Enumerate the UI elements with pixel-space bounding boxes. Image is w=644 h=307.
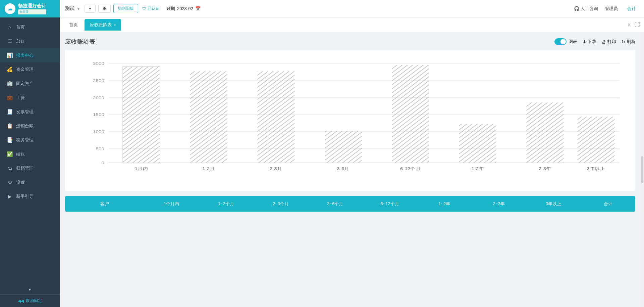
scroll-down-btn[interactable]: ▼ [0,285,60,294]
support-label: 人工咨询 [581,6,598,12]
sidebar-item-label-guide: 新手引导 [16,193,34,200]
settings-btn[interactable]: ⚙ [98,5,111,13]
support-btn[interactable]: 🎧 人工咨询 [574,6,598,12]
topbar-cert: 🛡 已认证 [142,6,160,11]
table-header-cell: 6~12个月 [363,196,417,212]
sidebar-item-guide[interactable]: ▶ 新手引导 [0,189,60,204]
svg-text:1月内: 1月内 [135,166,148,171]
tab-receivable-aging[interactable]: 应收账龄表 × [85,19,121,31]
refresh-label: 刷新 [627,39,635,45]
switch-version-btn[interactable]: 切到旧版 [113,4,138,13]
sidebar-pin-btn[interactable]: ◀◀ 取消固定 [0,294,60,307]
chart-container: 0 500 1000 1500 2000 2500 3000 [65,50,635,191]
sidebar-item-settle[interactable]: ✅ 结账 [0,147,60,161]
svg-text:2500: 2500 [93,79,104,83]
home-icon: ⌂ [7,25,13,30]
svg-text:6-12个月: 6-12个月 [400,166,421,171]
logo-name: 畅捷通好会计 [18,3,46,9]
cert-label: 已认证 [148,6,160,11]
sidebar-item-label-trade: 进销台账 [16,123,34,129]
support-icon: 🎧 [574,6,579,11]
svg-text:1000: 1000 [93,130,104,134]
svg-rect-16 [190,71,227,163]
chart-toggle-switch[interactable] [554,38,567,45]
topbar-period[interactable]: 账期 2023-02 📅 [166,6,201,12]
table-header-cell: 1~2年 [417,196,472,212]
scrollbar-track[interactable] [641,32,644,307]
sidebar-item-wages[interactable]: 💼 工资 [0,91,60,105]
download-btn[interactable]: ⬇ 下载 [583,39,596,45]
period-label: 账期 [166,6,175,12]
role-btn[interactable]: 会计 [625,4,639,13]
trade-icon: 📋 [7,123,13,129]
sidebar-item-label-wages: 工资 [16,95,25,101]
sidebar-item-label-reports: 报表中心 [16,52,34,58]
table-header-cell: 3年以上 [526,196,581,212]
sidebar-item-reports[interactable]: 📊 报表中心 [0,48,60,62]
logo-badge: 专业版 [18,9,46,14]
close-window-btn[interactable]: × [628,22,631,28]
table-header-cell: 2~3年 [472,196,526,212]
scrollbar-thumb[interactable] [641,156,643,183]
print-btn[interactable]: 🖨 打印 [602,39,616,45]
svg-text:500: 500 [96,146,104,151]
svg-text:2-3年: 2-3年 [539,166,551,171]
sidebar-item-label-tax: 税务管理 [16,137,34,143]
refresh-btn[interactable]: ↻ 刷新 [622,39,635,45]
sidebar-item-label-home: 首页 [16,24,25,30]
expand-window-btn[interactable]: ⛶ [635,22,640,28]
logo-icon: ☁ [5,3,15,14]
sidebar-item-funds[interactable]: 💰 资金管理 [0,62,60,77]
table-header-cell: 客户 [65,196,144,212]
sidebar-item-ledger[interactable]: ☰ 总账 [0,34,60,48]
sidebar-item-archive[interactable]: 🗂 归档管理 [0,161,60,175]
sidebar-item-label-invoices: 发票管理 [16,109,34,115]
pin-left-icon: ◀◀ [18,299,24,303]
chart-toggle-group: 图表 [554,38,577,45]
chart-svg-wrapper: 0 500 1000 1500 2000 2500 3000 [72,56,629,184]
period-value: 2023-02 [177,6,193,11]
download-icon: ⬇ [583,39,586,44]
svg-text:3-6月: 3-6月 [337,166,350,171]
sidebar-nav: ⌂ 首页 ☰ 总账 📊 报表中心 💰 资金管理 🏢 固定资产 💼 工资 🧾 发票… [0,17,60,285]
svg-text:1-2月: 1-2月 [202,166,215,171]
sidebar-item-trade[interactable]: 📋 进销台账 [0,119,60,133]
svg-rect-18 [325,131,362,163]
calendar-icon: 📅 [195,6,201,11]
print-label: 打印 [607,39,616,45]
svg-rect-20 [459,124,496,163]
sidebar-item-tax[interactable]: 📑 税务管理 [0,133,60,147]
print-icon: 🖨 [602,39,606,44]
tab-active-label: 应收账龄表 [90,22,112,28]
sidebar: ☁ 畅捷通好会计 专业版 ⌂ 首页 ☰ 总账 📊 报表中心 💰 资金管理 🏢 固… [0,0,60,307]
tab-close-icon[interactable]: × [114,23,116,27]
sidebar-logo: ☁ 畅捷通好会计 专业版 [0,0,60,17]
sidebar-item-settings[interactable]: ⚙ 设置 [0,175,60,189]
content-area: 应收账龄表 图表 ⬇ 下载 🖨 打印 ↻ [60,32,644,307]
sidebar-item-label-settings: 设置 [16,179,25,185]
sidebar-item-assets[interactable]: 🏢 固定资产 [0,77,60,91]
sidebar-item-home[interactable]: ⌂ 首页 [0,20,60,34]
sidebar-item-label-ledger: 总账 [16,38,25,44]
table-header-cell: 2~3个月 [253,196,308,212]
reports-icon: 📊 [7,52,13,58]
table-header-cell: 合计 [581,196,635,212]
topbar-actions: + ⚙ 切到旧版 [85,4,138,13]
sidebar-item-label-assets: 固定资产 [16,81,34,87]
table-container: 客户1个月内1~2个月2~3个月3~6个月6~12个月1~2年2~3年3年以上合… [65,196,635,212]
tab-home[interactable]: 首页 [64,19,83,31]
admin-btn[interactable]: 管理员 [602,4,621,13]
bar-chart-svg: 0 500 1000 1500 2000 2500 3000 [72,56,629,184]
chart-toggle-label: 图表 [569,39,577,45]
sidebar-item-invoices[interactable]: 🧾 发票管理 [0,105,60,119]
topbar-project[interactable]: 测试 ▼ [65,6,80,12]
sidebar-item-label-funds: 资金管理 [16,67,34,73]
table-header-cell: 1个月内 [144,196,199,212]
project-name: 测试 [65,6,74,12]
settings-icon: ⚙ [7,179,13,185]
page-actions: 图表 ⬇ 下载 🖨 打印 ↻ 刷新 [554,38,635,45]
svg-rect-22 [578,117,615,163]
table-header-cell: 1~2个月 [199,196,254,212]
wages-icon: 💼 [7,95,13,101]
add-btn[interactable]: + [85,5,96,13]
